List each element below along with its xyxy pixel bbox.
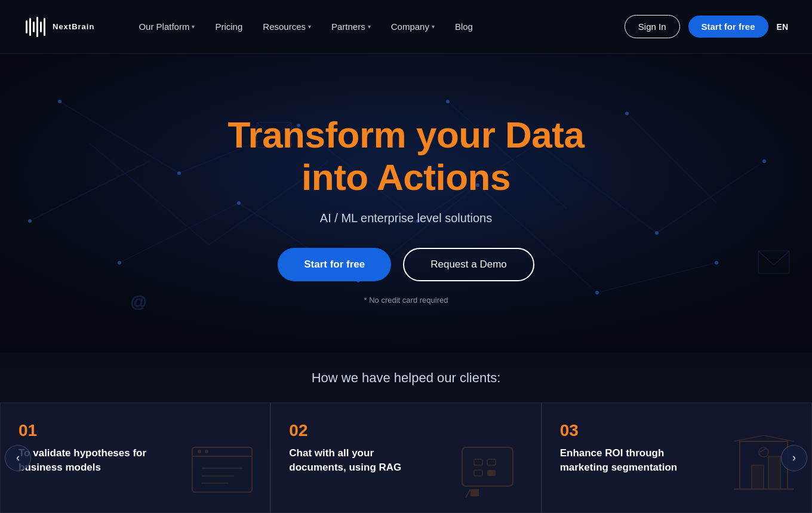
cards-row: ‹ 01 To validate hypotheses for business… [0, 403, 812, 513]
next-card-button[interactable]: › [781, 445, 807, 471]
svg-point-38 [446, 100, 450, 103]
svg-point-29 [655, 231, 659, 235]
prev-card-button[interactable]: ‹ [5, 445, 31, 471]
nav-item-resources[interactable]: Resources▾ [254, 17, 319, 36]
svg-point-39 [625, 112, 629, 115]
logo-icon: NextBrain [24, 14, 49, 39]
nav-arrow-2: ▾ [308, 23, 311, 30]
nav-item-company[interactable]: Company▾ [383, 17, 443, 36]
start-free-hero-button[interactable]: Start for free [278, 248, 391, 281]
svg-point-30 [118, 261, 121, 265]
client-card-1: 01 To validate hypotheses for business m… [0, 403, 270, 513]
svg-point-47 [198, 450, 201, 453]
svg-rect-3 [36, 17, 38, 37]
svg-line-55 [466, 489, 470, 497]
card-text-1: To validate hypotheses for business mode… [19, 446, 150, 475]
svg-point-35 [715, 261, 718, 265]
cards-container: 01 To validate hypotheses for business m… [0, 403, 812, 513]
svg-rect-45 [192, 447, 252, 492]
nav-item-partners[interactable]: Partners▾ [323, 17, 379, 36]
card-text-3: Enhance ROI through marketing segmentati… [560, 446, 691, 475]
card-icon-1 [186, 435, 258, 503]
svg-point-25 [177, 171, 181, 175]
svg-point-24 [58, 100, 61, 103]
svg-line-63 [760, 449, 766, 452]
svg-rect-53 [462, 447, 513, 486]
svg-rect-60 [752, 465, 764, 489]
nav-arrow-4: ▾ [432, 23, 435, 30]
nav-item-blog[interactable]: Blog [447, 17, 481, 36]
clients-section: How we have helped our clients: ‹ 01 To … [0, 352, 812, 513]
hero-title: Transform your Data into Actions [228, 113, 585, 199]
nav-item-pricing[interactable]: Pricing [207, 17, 251, 36]
no-credit-note: * No credit card required [364, 296, 448, 305]
card-number-2: 02 [289, 421, 522, 440]
logo[interactable]: NextBrain NextBrain [24, 14, 94, 39]
hero-content: Transform your Data into Actions AI / ML… [228, 113, 585, 305]
client-card-2: 02 Chat with all your documents, using R… [270, 403, 541, 513]
request-demo-button[interactable]: Request a Demo [403, 248, 534, 281]
language-selector[interactable]: EN [777, 22, 788, 32]
client-card-3: 03 Enhance ROI through marketing segment… [542, 403, 812, 513]
nav-item-our-platform[interactable]: Our Platform▾ [130, 17, 203, 36]
clients-title: How we have helped our clients: [0, 370, 812, 386]
svg-rect-61 [768, 456, 780, 489]
card-icon-2 [457, 441, 529, 503]
svg-rect-0 [26, 20, 27, 33]
nav-actions: Sign In Start for free EN [625, 15, 788, 38]
logo-text: NextBrain [53, 22, 94, 32]
svg-point-37 [28, 219, 32, 223]
svg-rect-1 [29, 18, 31, 36]
sign-in-button[interactable]: Sign In [625, 15, 680, 38]
svg-rect-59 [487, 470, 496, 476]
hero-section: @ Transform your Data into Actions AI / … [0, 54, 812, 352]
nav-links: Our Platform▾PricingResources▾Partners▾C… [130, 17, 624, 36]
hero-subtitle: AI / ML enterprise level solutions [320, 211, 492, 225]
start-free-nav-button[interactable]: Start for free [688, 16, 768, 38]
card-text-2: Chat with all your documents, using RAG [289, 446, 420, 475]
svg-text:@: @ [130, 293, 147, 311]
svg-rect-4 [40, 21, 42, 32]
navbar: NextBrain NextBrain Our Platform▾Pricing… [0, 0, 812, 54]
svg-point-48 [205, 450, 208, 453]
svg-rect-2 [33, 21, 35, 32]
svg-point-34 [595, 291, 599, 294]
hero-buttons: Start for free Request a Demo [278, 248, 534, 281]
svg-rect-54 [470, 489, 479, 496]
nav-arrow-3: ▾ [368, 23, 371, 30]
nav-arrow-0: ▾ [192, 23, 195, 30]
svg-rect-5 [44, 18, 45, 36]
svg-point-36 [762, 159, 766, 163]
